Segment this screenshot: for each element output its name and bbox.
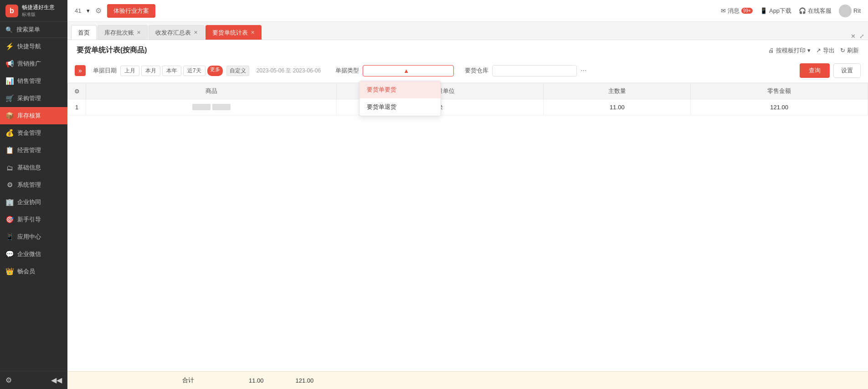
appcenter-label: 应用中心 [17, 233, 41, 241]
trial-button[interactable]: 体验行业方案 [107, 4, 155, 18]
more-dates-badge[interactable]: 更多 [207, 66, 223, 76]
finance-icon: 💰 [5, 129, 14, 137]
row-index: 1 [68, 99, 86, 115]
tab-receive-summary-close[interactable]: ✕ [194, 30, 198, 36]
table-body: 1 块 11.00 121.00 [68, 99, 868, 115]
sidebar-item-quick-nav[interactable]: ⚡ 快捷导航 [0, 38, 67, 55]
col-gear[interactable]: ⚙ [68, 83, 86, 99]
warehouse-filter-group: 要货仓库 ··· [465, 65, 586, 77]
sidebar-item-vip[interactable]: 👑 畅会员 [0, 263, 67, 280]
system-icon: ⚙ [5, 181, 14, 189]
page-header: 要货单统计表(按商品) 🖨 按模板打印 ▾ ↗ 导出 ↻ 刷新 [67, 40, 868, 59]
footer-total-amount: 121.00 [296, 377, 314, 384]
basic-label: 基础信息 [17, 164, 41, 172]
export-btn[interactable]: ↗ 导出 [816, 46, 835, 55]
refresh-icon: ↻ [840, 47, 845, 54]
warehouse-input[interactable] [492, 65, 577, 77]
tab-order-stats-close[interactable]: ✕ [251, 30, 255, 36]
sidebar-item-finance[interactable]: 💰 资金管理 [0, 124, 67, 142]
expand-filter-btn[interactable]: » [75, 65, 86, 76]
last-month-btn[interactable]: 上月 [120, 66, 139, 76]
this-year-btn[interactable]: 本年 [162, 66, 181, 76]
col-amount: 零售金额 [691, 83, 868, 99]
notification-label: 消息 [728, 7, 740, 15]
tab-order-stats-label: 要货单统计表 [212, 29, 248, 37]
export-icon: ↗ [816, 47, 821, 54]
marketing-label: 营销推广 [17, 60, 41, 68]
logo-area: b 畅捷通好生意 标准版 [0, 0, 67, 22]
collapse-icon[interactable]: ◀◀ [51, 376, 62, 384]
app-download-btn[interactable]: 📱 App下载 [760, 7, 791, 15]
last-7days-btn[interactable]: 近7天 [183, 66, 205, 76]
page-title: 要货单统计表(按商品) [77, 46, 147, 55]
window-expand-icon[interactable]: ⤢ [859, 33, 864, 40]
more-filters-btn[interactable]: ··· [580, 67, 586, 75]
date-range-text: 2023-05-06 至 2023-06-06 [257, 67, 321, 75]
col-quantity: 主数量 [544, 83, 691, 99]
operation-icon: 📋 [5, 146, 14, 154]
purchase-icon: 🛒 [5, 94, 14, 102]
tab-receive-summary[interactable]: 收发存汇总表 ✕ [149, 25, 205, 40]
sidebar-nav: ⚡ 快捷导航 📢 营销推广 📊 销售管理 🛒 采购管理 📦 库存核算 💰 资金管… [0, 38, 67, 371]
sidebar-item-purchase[interactable]: 🛒 采购管理 [0, 90, 67, 107]
print-icon: 🖨 [768, 47, 774, 54]
table-footer: 合计 11.00 121.00 [67, 371, 868, 389]
type-label: 单据类型 [335, 67, 359, 75]
tab-home-label: 首页 [78, 29, 90, 37]
sidebar-item-guide[interactable]: 🎯 新手引导 [0, 211, 67, 228]
this-month-btn[interactable]: 本月 [141, 66, 160, 76]
user-area[interactable]: Rit [839, 5, 861, 17]
print-btn[interactable]: 🖨 按模板打印 ▾ [768, 46, 811, 55]
col-product: 商品 [86, 83, 337, 99]
sidebar-item-marketing[interactable]: 📢 营销推广 [0, 55, 67, 72]
table-row: 1 块 11.00 121.00 [68, 99, 868, 115]
tab-order-stats[interactable]: 要货单统计表 ✕ [205, 25, 262, 40]
footer-total-qty: 11.00 [249, 377, 264, 384]
logo-icon: b [5, 5, 18, 17]
user-name: Rit [853, 7, 861, 14]
type-select-arrow: ▲ [403, 67, 409, 74]
quick-nav-label: 快捷导航 [17, 42, 41, 51]
print-dropdown-icon: ▾ [807, 47, 811, 54]
type-dropdown: 要货单要货 要货单退货 [359, 81, 441, 116]
sidebar-item-wechat[interactable]: 💬 企业微信 [0, 246, 67, 263]
filter-settings-btn[interactable]: 设置 [833, 63, 861, 78]
dropdown-item-order-goods[interactable]: 要货单要货 [360, 81, 441, 98]
sidebar-item-appcenter[interactable]: 📱 应用中心 [0, 228, 67, 246]
dropdown-item-order-return[interactable]: 要货单退货 [360, 98, 441, 116]
notification-icon: ✉ [721, 7, 726, 14]
data-table: ⚙ 商品 主计量单位 主数量 零售金额 1 [67, 83, 868, 115]
vip-label: 畅会员 [17, 267, 35, 276]
notification-btn[interactable]: ✉ 消息 99+ [721, 7, 753, 15]
type-select[interactable]: ▲ [363, 65, 454, 77]
custom-date-btn[interactable]: 自定义 [226, 66, 249, 76]
tab-home[interactable]: 首页 [71, 25, 97, 40]
settings-footer-icon[interactable]: ⚙ [5, 376, 12, 384]
refresh-btn[interactable]: ↻ 刷新 [840, 46, 859, 55]
sidebar-item-enterprise[interactable]: 🏢 企业协同 [0, 194, 67, 211]
query-btn[interactable]: 查询 [800, 63, 830, 78]
finance-label: 资金管理 [17, 129, 41, 137]
operation-label: 经营管理 [17, 146, 41, 154]
online-service-btn[interactable]: 🎧 在线客服 [799, 7, 832, 15]
sidebar-item-system[interactable]: ⚙ 系统管理 [0, 176, 67, 194]
sales-label: 销售管理 [17, 77, 41, 85]
sidebar-item-basic[interactable]: 🗂 基础信息 [0, 159, 67, 176]
window-controls: ✕ ⤢ [851, 33, 864, 40]
sidebar-search[interactable]: 🔍 搜索菜单 [0, 22, 67, 38]
date-shortcuts: 上月 本月 本年 近7天 更多 [120, 66, 223, 76]
sidebar-item-operation[interactable]: 📋 经营管理 [0, 142, 67, 159]
sidebar-item-inventory[interactable]: 📦 库存核算 [0, 107, 67, 124]
table-head: ⚙ 商品 主计量单位 主数量 零售金额 [68, 83, 868, 99]
date-filter-group: 单据日期 上月 本月 本年 近7天 更多 自定义 2023-05-06 至 20… [93, 66, 321, 76]
type-filter-group: 单据类型 ▲ [335, 65, 454, 77]
tab-inventory-batch-close[interactable]: ✕ [137, 30, 141, 36]
sidebar-item-sales[interactable]: 📊 销售管理 [0, 72, 67, 90]
tab-inventory-batch[interactable]: 库存批次账 ✕ [98, 25, 148, 40]
window-close-icon[interactable]: ✕ [851, 33, 856, 40]
topbar-number: 41 [75, 7, 81, 14]
app-name: 畅捷通好生意 [22, 4, 55, 11]
topbar-dropdown[interactable]: ▾ [87, 7, 90, 14]
tab-inventory-batch-label: 库存批次账 [104, 29, 134, 37]
topbar-gear-icon[interactable]: ⚙ [95, 6, 102, 15]
